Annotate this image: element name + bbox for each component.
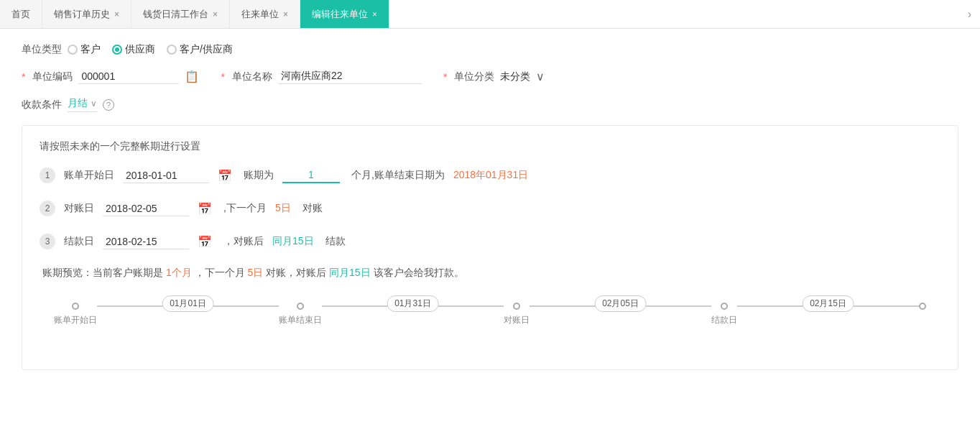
close-tab-related-units[interactable]: × — [283, 9, 288, 19]
step-2-desc-suffix: 对账 — [302, 202, 323, 215]
payment-terms-group: 收款条件 月结 ∨ ? — [22, 97, 114, 112]
timeline-tag-2: 02月05日 — [594, 295, 647, 312]
timeline-tag-0: 01月01日 — [162, 295, 214, 312]
timeline-segment-4: 02月15日 — [737, 294, 919, 307]
timeline-dot-end — [919, 303, 926, 310]
preview-part2: 5日 — [247, 267, 263, 278]
preview-text: 账期预览：当前客户账期是 1个月 ，下一个月 5日 对账，对账后 同月15日 该… — [40, 267, 940, 280]
tab-edit-related-units-label: 编辑往来单位 — [312, 8, 368, 21]
timeline-segment-2: 01月31日 — [322, 294, 504, 307]
unit-info-row: * 单位编码 📋 * 单位名称 * 单位分类 未分类 ∨ — [22, 69, 958, 84]
preview-sep1: ，下一个月 — [195, 267, 245, 278]
unit-name-label: 单位名称 — [232, 70, 272, 83]
tab-cash-reconciliation[interactable]: 钱货日清工作台 × — [131, 0, 230, 28]
close-tab-sales-order-history[interactable]: × — [114, 9, 119, 19]
radio-customer-supplier[interactable]: 客户/供应商 — [167, 43, 233, 56]
step-3-date-input[interactable] — [103, 234, 189, 249]
timeline-container: 账单开始日 01月01日 账单结束日 01月31日 — [40, 294, 940, 355]
timeline-node-2: 对账日 — [504, 294, 530, 326]
unit-name-group: * 单位名称 — [221, 69, 421, 84]
period-settings-card: 请按照未来的一个完整帐期进行设置 1 账单开始日 📅 账期为 个月,账单结束日期… — [22, 125, 958, 370]
timeline-dot-1 — [297, 303, 304, 310]
main-content: 单位类型 客户 供应商 客户/供应商 * 单位编码 — [0, 29, 980, 437]
timeline-dot-0 — [72, 303, 79, 310]
step-3-highlight: 同月15日 — [272, 235, 314, 248]
unit-category-required: * — [443, 71, 447, 83]
step-3-desc-prefix: ，对账后 — [223, 235, 264, 248]
preview-part3: 同月15日 — [329, 267, 371, 278]
radio-customer[interactable]: 客户 — [68, 43, 101, 56]
step-3-row: 3 结款日 📅 ，对账后 同月15日 结款 — [40, 234, 940, 249]
unit-type-row: 单位类型 客户 供应商 客户/供应商 — [22, 43, 958, 56]
payment-terms-label: 收款条件 — [22, 98, 62, 111]
timeline-sublabel-3: 结款日 — [711, 314, 737, 326]
tab-home[interactable]: 首页 — [0, 0, 42, 28]
step-3-calendar-icon[interactable]: 📅 — [198, 235, 212, 249]
payment-terms-select[interactable]: 月结 ∨ — [68, 97, 97, 112]
radio-customer-supplier-label: 客户/供应商 — [180, 43, 233, 56]
unit-code-input[interactable] — [78, 69, 179, 84]
tab-home-label: 首页 — [11, 8, 30, 21]
radio-circle-customer — [68, 45, 78, 55]
payment-terms-row: 收款条件 月结 ∨ ? — [22, 97, 958, 112]
radio-circle-customer-supplier — [167, 45, 177, 55]
unit-category-value: 未分类 — [500, 70, 530, 83]
tab-related-units[interactable]: 往来单位 × — [230, 0, 300, 28]
step-3-label: 结款日 — [64, 235, 94, 248]
step-1-mid-text: 账期为 — [244, 169, 274, 182]
close-tab-cash-reconciliation[interactable]: × — [213, 9, 218, 19]
help-icon[interactable]: ? — [103, 99, 114, 111]
payment-terms-value: 月结 — [68, 97, 88, 110]
step-2-row: 2 对账日 📅 ,下一个月 5日 对账 — [40, 201, 940, 216]
preview-suffix: 该客户会给我打款。 — [374, 267, 464, 278]
tab-sales-order-history[interactable]: 销售订单历史 × — [42, 0, 131, 28]
tab-bar: 首页 销售订单历史 × 钱货日清工作台 × 往来单位 × 编辑往来单位 × › — [0, 0, 980, 29]
unit-category-label: 单位分类 — [454, 70, 494, 83]
timeline-node-1: 账单结束日 — [279, 294, 322, 326]
preview-sep2: 对账，对账后 — [266, 267, 326, 278]
unit-type-radio-group: 客户 供应商 客户/供应商 — [68, 43, 233, 56]
tab-edit-related-units[interactable]: 编辑往来单位 × — [300, 0, 389, 28]
timeline-sublabel-1: 账单结束日 — [279, 314, 322, 326]
step-1-row: 1 账单开始日 📅 账期为 个月,账单结束日期为 2018年01月31日 — [40, 167, 940, 183]
payment-terms-chevron-icon: ∨ — [91, 98, 97, 109]
timeline-node-end — [919, 294, 926, 310]
radio-customer-label: 客户 — [80, 43, 101, 56]
timeline-tag-3: 02月15日 — [802, 295, 854, 312]
step-1-label: 账单开始日 — [64, 169, 114, 182]
unit-type-group: 单位类型 客户 供应商 客户/供应商 — [22, 43, 233, 56]
step-1-num: 1 — [40, 167, 55, 183]
preview-prefix: 账期预览：当前客户账期是 — [42, 267, 163, 278]
unit-name-input[interactable] — [278, 69, 422, 84]
preview-part1: 1个月 — [166, 267, 192, 278]
unit-name-required: * — [221, 71, 224, 83]
step-1-end-date: 2018年01月31日 — [453, 169, 528, 182]
timeline-node-3: 结款日 — [711, 294, 737, 326]
unit-category-select[interactable]: 未分类 ∨ — [500, 70, 545, 83]
step-1-date-input[interactable] — [123, 168, 209, 183]
unit-code-copy-icon[interactable]: 📋 — [185, 70, 199, 83]
step-2-calendar-icon[interactable]: 📅 — [198, 202, 212, 216]
tab-more-button[interactable]: › — [959, 8, 980, 21]
step-1-end-text: 个月,账单结束日期为 — [351, 169, 445, 182]
step-3-desc-suffix: 结款 — [325, 235, 346, 248]
timeline-sublabel-0: 账单开始日 — [54, 314, 97, 326]
unit-code-group: * 单位编码 📋 — [22, 69, 199, 84]
timeline-dot-2 — [513, 303, 520, 310]
unit-type-label: 单位类型 — [22, 43, 62, 56]
timeline-segment-1: 01月01日 — [97, 294, 279, 307]
step-2-date-input[interactable] — [103, 201, 189, 216]
close-tab-edit-related-units[interactable]: × — [372, 9, 377, 19]
tab-related-units-label: 往来单位 — [241, 8, 279, 21]
step-2-highlight: 5日 — [275, 202, 291, 215]
step-1-calendar-icon[interactable]: 📅 — [218, 169, 232, 183]
radio-supplier-label: 供应商 — [125, 43, 155, 56]
timeline-dot-3 — [721, 303, 728, 310]
radio-circle-supplier — [112, 45, 122, 55]
period-months-input[interactable] — [282, 167, 340, 183]
timeline-sublabel-2: 对账日 — [504, 314, 530, 326]
step-2-label: 对账日 — [64, 202, 94, 215]
step-2-desc-prefix: ,下一个月 — [223, 202, 267, 215]
radio-supplier[interactable]: 供应商 — [112, 43, 155, 56]
card-title: 请按照未来的一个完整帐期进行设置 — [40, 140, 940, 153]
